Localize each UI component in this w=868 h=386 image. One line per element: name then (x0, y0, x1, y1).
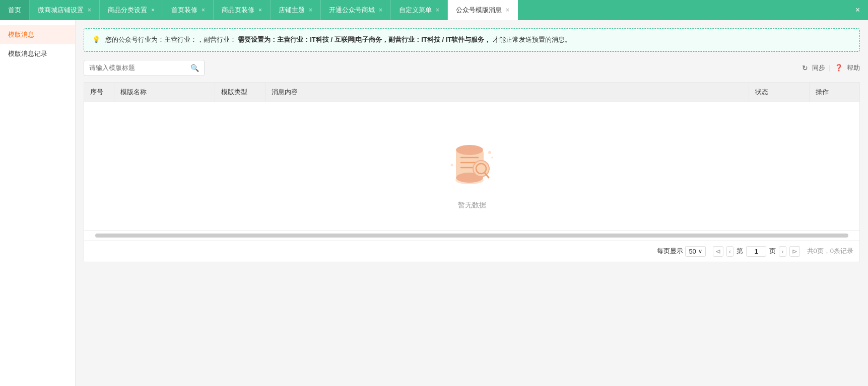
first-page-button[interactable]: ⊲ (713, 246, 723, 257)
toolbar-right: ↻ 同步 | ❓ 帮助 (802, 63, 860, 72)
tab-custom-menu-close[interactable]: × (436, 7, 439, 13)
tab-shop-theme[interactable]: 店铺主题 × (271, 0, 321, 20)
col-action: 操作 (810, 82, 860, 102)
scroll-bar-area (84, 230, 860, 241)
page-size-label: 每页显示 (657, 247, 683, 256)
tab-category-settings[interactable]: 商品分类设置 × (100, 0, 163, 20)
tab-shop-theme-close[interactable]: × (309, 7, 312, 13)
notice-icon: 💡 (92, 36, 100, 43)
close-all-tabs[interactable]: × (847, 6, 868, 15)
tab-wechat-shop[interactable]: 开通公众号商城 × (321, 0, 391, 20)
search-icon[interactable]: 🔍 (190, 64, 199, 72)
sidebar: 模版消息 模版消息记录 (0, 20, 76, 386)
page-size-dropdown[interactable]: 50 ∨ (685, 246, 705, 257)
notice-suffix: 才能正常发送预置的消息。 (493, 36, 571, 43)
tab-custom-menu-label: 自定义菜单 (399, 6, 432, 15)
tab-custom-menu[interactable]: 自定义菜单 × (391, 0, 448, 20)
page-number-input[interactable] (746, 246, 766, 257)
tab-home-label: 首页 (8, 6, 21, 15)
empty-state: 暂无数据 (84, 102, 859, 230)
data-table: 序号 模版名称 模版类型 消息内容 状态 操作 (84, 82, 860, 230)
svg-point-2 (456, 145, 483, 155)
tab-category-settings-label: 商品分类设置 (108, 6, 147, 15)
svg-point-10 (488, 151, 491, 154)
tab-category-settings-close[interactable]: × (151, 7, 155, 13)
tab-shop-settings[interactable]: 微商城店铺设置 × (30, 0, 100, 20)
tab-home[interactable]: 首页 (0, 0, 30, 20)
search-input[interactable] (89, 64, 190, 71)
page-total: 共0页，0条记录 (807, 247, 853, 256)
empty-text: 暂无数据 (458, 201, 486, 210)
sidebar-item-template-msg-label: 模版消息 (8, 31, 34, 38)
toolbar-divider: | (829, 64, 831, 71)
sync-icon: ↻ (802, 64, 808, 72)
tab-bar: 首页 微商城店铺设置 × 商品分类设置 × 首页装修 × 商品页装修 × 店铺主… (0, 0, 868, 20)
page-unit: 页 (769, 247, 776, 256)
tab-wechat-shop-close[interactable]: × (379, 7, 382, 13)
tab-product-decoration-label: 商品页装修 (222, 6, 254, 15)
tab-wechat-shop-label: 开通公众号商城 (329, 6, 375, 15)
page-size-select: 每页显示 50 ∨ (657, 246, 705, 257)
tab-home-decoration[interactable]: 首页装修 × (163, 0, 214, 20)
tab-shop-settings-close[interactable]: × (88, 7, 91, 13)
page-size-value: 50 (689, 248, 696, 255)
tab-home-decoration-close[interactable]: × (202, 7, 205, 13)
empty-illustration (442, 132, 502, 193)
help-button[interactable]: 帮助 (847, 63, 860, 72)
notice-highlight: 需要设置为：主营行业：IT科技 / 互联网|电子商务，副营行业：IT科技 / I… (238, 36, 491, 43)
tab-template-msg-label: 公众号模版消息 (456, 6, 502, 15)
tab-template-msg-close[interactable]: × (506, 7, 509, 13)
col-name: 模版名称 (114, 82, 215, 102)
search-input-wrap[interactable]: 🔍 (84, 60, 205, 76)
sidebar-item-template-msg-record[interactable]: 模版消息记录 (0, 44, 75, 63)
next-page-button[interactable]: › (779, 246, 786, 257)
notice-box: 💡 您的公众号行业为：主营行业：，副营行业： 需要设置为：主营行业：IT科技 /… (84, 28, 860, 52)
svg-point-11 (491, 157, 493, 159)
chevron-down-icon: ∨ (698, 248, 702, 255)
empty-row: 暂无数据 (84, 102, 860, 230)
tab-shop-theme-label: 店铺主题 (279, 6, 305, 15)
search-row: 🔍 ↻ 同步 | ❓ 帮助 (84, 60, 860, 76)
col-content: 消息内容 (265, 82, 749, 102)
page-label: 第 (737, 247, 743, 256)
svg-point-12 (450, 164, 453, 166)
prev-page-button[interactable]: ‹ (726, 246, 733, 257)
col-index: 序号 (84, 82, 114, 102)
sync-button[interactable]: 同步 (812, 63, 825, 72)
sidebar-item-template-msg[interactable]: 模版消息 (0, 25, 75, 44)
horizontal-scrollbar[interactable] (95, 234, 848, 238)
help-icon: ❓ (835, 64, 843, 71)
tab-shop-settings-label: 微商城店铺设置 (38, 6, 84, 15)
col-type: 模版类型 (215, 82, 265, 102)
table-header-row: 序号 模版名称 模版类型 消息内容 状态 操作 (84, 82, 860, 102)
pagination: 每页显示 50 ∨ ⊲ ‹ 第 页 › ⊳ 共0页，0条记录 (84, 241, 860, 262)
last-page-button[interactable]: ⊳ (789, 246, 800, 257)
sidebar-item-template-msg-record-label: 模版消息记录 (8, 50, 47, 57)
col-status: 状态 (749, 82, 810, 102)
main-layout: 模版消息 模版消息记录 💡 您的公众号行业为：主营行业：，副营行业： 需要设置为… (0, 20, 868, 386)
tab-product-decoration-close[interactable]: × (258, 7, 262, 13)
tab-product-decoration[interactable]: 商品页装修 × (214, 0, 271, 20)
main-content: 💡 您的公众号行业为：主营行业：，副营行业： 需要设置为：主营行业：IT科技 /… (76, 20, 868, 386)
notice-prefix: 您的公众号行业为：主营行业：，副营行业： (105, 36, 236, 43)
tab-home-decoration-label: 首页装修 (171, 6, 197, 15)
tab-template-msg[interactable]: 公众号模版消息 × (448, 0, 518, 20)
